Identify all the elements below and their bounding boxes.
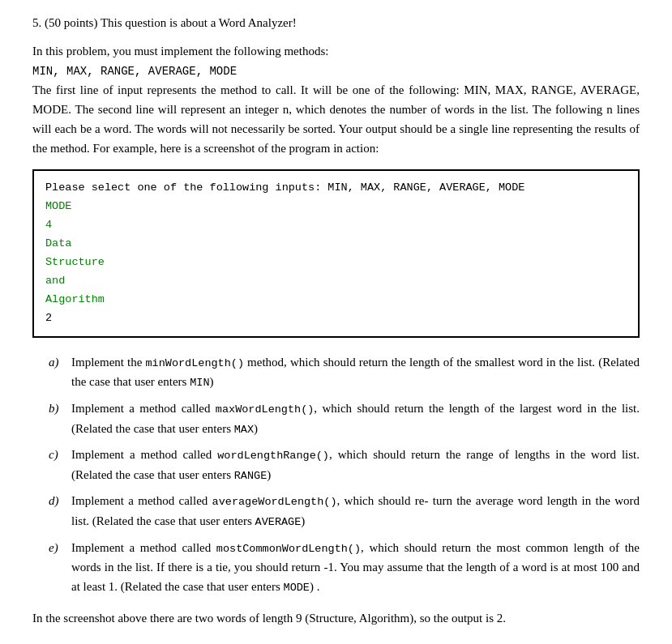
sub-item-d-text: Implement a method called averageWordLen… bbox=[71, 491, 640, 531]
code-line-2: MODE bbox=[45, 198, 627, 216]
sub-item-e-label: e) bbox=[49, 538, 71, 597]
sub-item-b-text: Implement a method called maxWordLength(… bbox=[71, 399, 640, 438]
footer-paragraph: In the screenshot above there are two wo… bbox=[32, 608, 640, 628]
description-text: The first line of input represents the m… bbox=[32, 80, 640, 158]
sub-item-b-label: b) bbox=[49, 399, 71, 438]
code-line-6: and bbox=[45, 272, 627, 291]
sub-item-c-label: c) bbox=[49, 445, 71, 484]
sub-item-c: c) Implement a method called wordLengthR… bbox=[49, 445, 640, 484]
sub-item-a-label: a) bbox=[49, 352, 71, 392]
sub-item-d-label: d) bbox=[49, 491, 71, 531]
sub-items-list: a) Implement the minWordLength() method,… bbox=[49, 352, 640, 597]
question-header: 5. (50 points) This question is about a … bbox=[32, 16, 640, 30]
code-line-8: 2 bbox=[45, 309, 627, 328]
intro-line1: In this problem, you must implement the … bbox=[32, 41, 640, 61]
methods-code: MIN, MAX, RANGE, AVERAGE, MODE bbox=[32, 61, 640, 80]
sub-item-b: b) Implement a method called maxWordLeng… bbox=[49, 399, 640, 438]
sub-item-d: d) Implement a method called averageWord… bbox=[49, 491, 640, 531]
sub-item-a: a) Implement the minWordLength() method,… bbox=[49, 352, 640, 392]
question-body: In this problem, you must implement the … bbox=[32, 41, 640, 158]
question-title: 5. (50 points) This question is about a … bbox=[32, 16, 640, 30]
code-line-7: Algorithm bbox=[45, 291, 627, 309]
footer-text: In the screenshot above there are two wo… bbox=[32, 608, 640, 628]
code-block: Please select one of the following input… bbox=[32, 169, 640, 338]
sub-item-a-text: Implement the minWordLength() method, wh… bbox=[71, 352, 640, 392]
sub-item-e: e) Implement a method called mostCommonW… bbox=[49, 538, 640, 597]
sub-item-e-text: Implement a method called mostCommonWord… bbox=[71, 538, 640, 597]
code-line-3: 4 bbox=[45, 216, 627, 235]
code-line-5: Structure bbox=[45, 254, 627, 272]
sub-item-c-text: Implement a method called wordLengthRang… bbox=[71, 445, 640, 484]
code-line-1: Please select one of the following input… bbox=[45, 179, 627, 198]
code-line-4: Data bbox=[45, 235, 627, 254]
